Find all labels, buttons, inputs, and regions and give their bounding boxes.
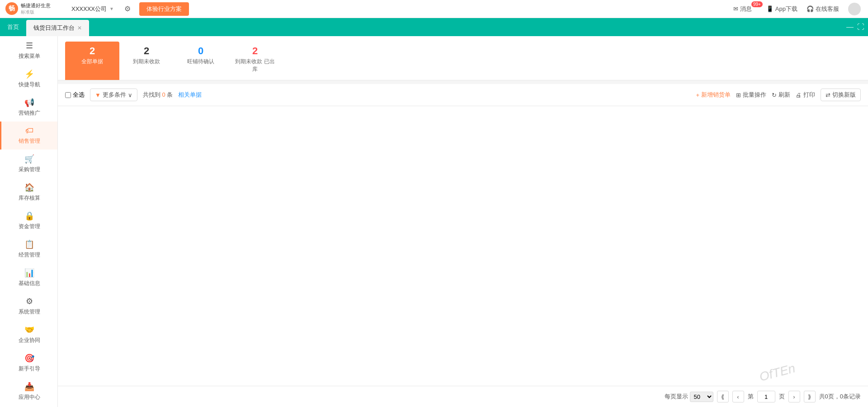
print-button[interactable]: 🖨 打印	[796, 91, 815, 99]
stat-tab-wangpu[interactable]: 0 旺铺待确认	[174, 42, 228, 80]
app-center-label: 应用中心	[19, 393, 40, 401]
related-orders-link[interactable]: 相关单据	[178, 91, 202, 99]
finance-icon: 🔒	[24, 211, 34, 221]
filter-button[interactable]: ▼ 更多条件 ∨	[90, 89, 137, 101]
content-area: 2 全部单据 2 到期未收款 0 旺铺待确认 2 到期未收款 已出库 全选	[58, 36, 868, 407]
first-page-button[interactable]: ⟪	[717, 391, 729, 402]
tab-home[interactable]: 首页	[0, 18, 26, 36]
stat-count-overdue: 2	[127, 45, 166, 57]
per-page-select[interactable]: 50 20 100 200	[690, 392, 713, 402]
logo-text-block: 畅捷通好生意 标准版	[21, 2, 51, 15]
company-selector[interactable]: XXXXXX公司 ▼	[68, 3, 118, 15]
app-download-button[interactable]: 📱 App下载	[766, 5, 797, 13]
header-right: ✉ 消息 99+ 📱 App下载 🎧 在线客服	[733, 3, 863, 15]
switch-btn-label: 切换新版	[832, 91, 856, 99]
stat-label-wangpu: 旺铺待确认	[181, 58, 221, 65]
print-btn-label: 打印	[803, 91, 815, 99]
company-name: XXXXXX公司	[71, 5, 107, 13]
last-page-button[interactable]: ⟫	[804, 391, 816, 402]
table-area	[58, 106, 868, 386]
switch-version-button[interactable]: ⇄ 切换新版	[821, 89, 861, 101]
batch-icon: ⊞	[736, 92, 741, 98]
stat-count-all: 2	[72, 45, 112, 57]
sidebar-item-operations[interactable]: 📋 经营管理	[0, 235, 57, 263]
prev-page-button[interactable]: ‹	[732, 391, 744, 402]
sidebar-item-search-menu[interactable]: ☰ 搜索菜单	[0, 36, 57, 65]
sidebar-item-sales[interactable]: 🏷 销售管理	[0, 122, 57, 150]
guide-icon: 🎯	[24, 353, 34, 363]
app-name: 畅捷通好生意	[21, 2, 51, 9]
sidebar-item-enterprise[interactable]: 🤝 企业协同	[0, 320, 57, 349]
refresh-button[interactable]: ↻ 刷新	[772, 91, 790, 99]
sidebar: ☰ 搜索菜单 ⚡ 快捷导航 📢 营销推广 🏷 销售管理 🛒 采购管理 🏠 库存核…	[0, 36, 58, 407]
message-button[interactable]: ✉ 消息 99+	[733, 5, 757, 13]
tab-minimize-icon[interactable]: —	[846, 23, 854, 31]
stat-label-overdue-shipped: 到期未收款 已出库	[235, 58, 275, 73]
found-prefix: 共找到	[143, 91, 160, 98]
purchase-icon: 🛒	[24, 154, 34, 164]
inventory-label: 库存核算	[19, 194, 40, 202]
stat-tab-all[interactable]: 2 全部单据	[65, 42, 119, 80]
sidebar-item-purchase[interactable]: 🛒 采购管理	[0, 150, 57, 178]
add-order-button[interactable]: + 新增销货单	[696, 91, 731, 99]
select-all-input[interactable]	[65, 92, 71, 98]
sales-label: 销售管理	[19, 137, 40, 145]
next-page-button[interactable]: ›	[788, 391, 800, 402]
top-header: 畅 畅捷通好生意 标准版 XXXXXX公司 ▼ ⚙ 体验行业方案 ✉ 消息 99…	[0, 0, 868, 18]
stats-tabs: 2 全部单据 2 到期未收款 0 旺铺待确认 2 到期未收款 已出库	[58, 36, 868, 80]
found-text: 共找到 0 条	[143, 91, 173, 99]
toolbar: 全选 ▼ 更多条件 ∨ 共找到 0 条 相关单据 + 新增销货单 ⊞ 批量	[58, 84, 868, 106]
batch-operation-button[interactable]: ⊞ 批量操作	[736, 91, 766, 99]
tab-daily-work-label: 钱货日清工作台	[33, 24, 75, 32]
stat-label-all: 全部单据	[72, 58, 112, 65]
sidebar-item-app-center[interactable]: 📥 应用中心	[0, 377, 57, 406]
settings-button[interactable]: ⚙	[121, 3, 134, 15]
tab-expand-icon[interactable]: ⛶	[857, 23, 864, 31]
sidebar-item-guide[interactable]: 🎯 新手引导	[0, 349, 57, 377]
page-number-input[interactable]	[757, 391, 775, 402]
inventory-icon: 🏠	[24, 182, 34, 192]
page-suffix: 页	[779, 393, 785, 401]
add-icon: +	[696, 92, 699, 98]
system-icon: ⚙	[26, 296, 33, 306]
chevron-down-icon: ▼	[109, 6, 114, 11]
stat-tab-overdue-shipped[interactable]: 2 到期未收款 已出库	[228, 42, 282, 80]
select-all-label: 全选	[73, 91, 85, 99]
tab-daily-work[interactable]: 钱货日清工作台 ✕	[26, 20, 89, 36]
quick-nav-label: 快捷导航	[19, 81, 40, 89]
filter-icon: ▼	[95, 92, 101, 98]
app-center-icon: 📥	[24, 382, 34, 392]
sidebar-item-marketing[interactable]: 📢 营销推广	[0, 93, 57, 122]
guide-label: 新手引导	[19, 365, 40, 373]
print-icon: 🖨	[796, 92, 802, 98]
sales-icon: 🏷	[25, 126, 33, 136]
experience-button[interactable]: 体验行业方案	[139, 2, 189, 16]
operations-label: 经营管理	[19, 251, 40, 259]
stat-count-overdue-shipped: 2	[235, 45, 275, 57]
logo-icon: 畅	[5, 2, 18, 15]
sidebar-item-basic-info[interactable]: 📊 基础信息	[0, 263, 57, 292]
page-label: 第	[748, 393, 754, 401]
sidebar-item-system[interactable]: ⚙ 系统管理	[0, 292, 57, 320]
filter-label: 更多条件	[103, 91, 126, 99]
purchase-label: 采购管理	[19, 166, 40, 173]
search-menu-icon: ☰	[26, 41, 33, 51]
gear-icon: ⚙	[124, 5, 131, 13]
add-btn-label: 新增销货单	[701, 91, 731, 99]
found-count: 0	[162, 91, 165, 98]
switch-icon: ⇄	[826, 92, 830, 98]
avatar	[848, 3, 861, 15]
app-version: 标准版	[21, 9, 51, 15]
tab-close-icon[interactable]: ✕	[77, 25, 82, 31]
stat-tab-overdue[interactable]: 2 到期未收款	[119, 42, 174, 80]
sidebar-item-quick-nav[interactable]: ⚡ 快捷导航	[0, 65, 57, 93]
marketing-icon: 📢	[24, 98, 34, 108]
sidebar-item-inventory[interactable]: 🏠 库存核算	[0, 178, 57, 206]
batch-btn-label: 批量操作	[743, 91, 766, 99]
main-layout: ☰ 搜索菜单 ⚡ 快捷导航 📢 营销推广 🏷 销售管理 🛒 采购管理 🏠 库存核…	[0, 36, 868, 407]
online-service-button[interactable]: 🎧 在线客服	[807, 5, 839, 13]
select-all-checkbox[interactable]: 全选	[65, 91, 85, 99]
search-menu-label: 搜索菜单	[19, 52, 40, 60]
sidebar-item-finance[interactable]: 🔒 资金管理	[0, 206, 57, 235]
user-avatar-area[interactable]	[848, 3, 863, 15]
